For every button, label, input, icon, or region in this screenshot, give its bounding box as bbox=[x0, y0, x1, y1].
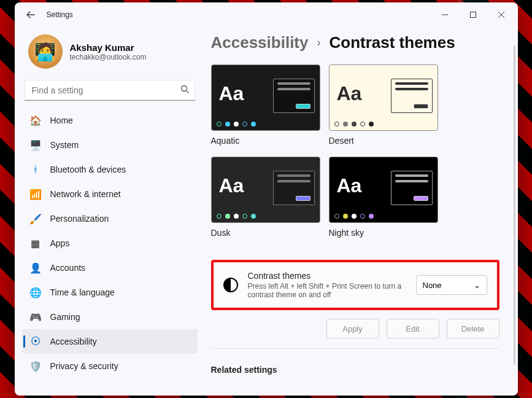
nav-time[interactable]: 🌐Time & language bbox=[22, 280, 198, 305]
aa-sample: Aa bbox=[219, 174, 244, 197]
related-settings-heading: Related settings bbox=[211, 365, 499, 375]
theme-name: Aquatic bbox=[211, 136, 320, 146]
nav-bluetooth[interactable]: ᚼBluetooth & devices bbox=[22, 157, 198, 182]
theme-preview: Aa bbox=[211, 64, 320, 131]
aa-sample: Aa bbox=[337, 82, 362, 105]
contrast-icon bbox=[223, 278, 238, 292]
chevron-right-icon: › bbox=[317, 36, 320, 49]
nav-accounts[interactable]: 👤Accounts bbox=[22, 256, 198, 280]
nav-network[interactable]: 📶Network & internet bbox=[22, 182, 198, 206]
nav-label: Time & language bbox=[50, 287, 115, 297]
edit-button[interactable]: Edit bbox=[387, 319, 439, 338]
system-icon: 🖥️ bbox=[29, 139, 42, 151]
settings-window: Settings 🧑‍💻 Akshay Kumar techakko@outlo… bbox=[15, 2, 518, 396]
nav-system[interactable]: 🖥️System bbox=[22, 133, 198, 157]
svg-point-1 bbox=[181, 86, 187, 92]
nav-label: Privacy & security bbox=[50, 361, 118, 371]
delete-button[interactable]: Delete bbox=[447, 319, 499, 338]
theme-name: Night sky bbox=[329, 228, 438, 238]
bluetooth-icon: ᚼ bbox=[29, 163, 42, 176]
clock-icon: 🌐 bbox=[29, 286, 42, 298]
nav-list: 🏠Home 🖥️System ᚼBluetooth & devices 📶Net… bbox=[22, 108, 198, 378]
close-button[interactable] bbox=[487, 5, 515, 25]
theme-name: Dusk bbox=[211, 228, 320, 238]
nav-gaming[interactable]: 🎮Gaming bbox=[22, 305, 198, 329]
main-content: Accessibility › Contrast themes Aa Aquat… bbox=[205, 27, 518, 396]
action-row: Apply Edit Delete bbox=[211, 319, 499, 349]
nav-home[interactable]: 🏠Home bbox=[22, 108, 198, 133]
apps-icon: ▦ bbox=[29, 237, 42, 249]
apply-button[interactable]: Apply bbox=[326, 319, 379, 338]
theme-aquatic[interactable]: Aa Aquatic bbox=[211, 64, 320, 146]
nav-label: Bluetooth & devices bbox=[50, 165, 126, 174]
sidebar: 🧑‍💻 Akshay Kumar techakko@outlook.com 🏠H… bbox=[15, 27, 205, 396]
nav-label: System bbox=[50, 140, 79, 150]
theme-grid: Aa Aquatic Aa Desert Aa bbox=[211, 64, 499, 238]
profile-email: techakko@outlook.com bbox=[70, 53, 147, 61]
wifi-icon: 📶 bbox=[29, 188, 42, 200]
setting-desc: Press left Alt + left Shift + Print Scre… bbox=[248, 282, 406, 299]
nav-label: Apps bbox=[50, 238, 70, 248]
nav-label: Personalization bbox=[50, 214, 109, 224]
back-button[interactable] bbox=[21, 5, 40, 25]
theme-preview: Aa bbox=[329, 64, 438, 131]
home-icon: 🏠 bbox=[29, 114, 42, 127]
nav-label: Accessibility bbox=[50, 337, 97, 346]
person-icon: 👤 bbox=[29, 262, 42, 274]
maximize-button[interactable] bbox=[459, 5, 487, 25]
aa-sample: Aa bbox=[219, 82, 244, 105]
avatar: 🧑‍💻 bbox=[28, 34, 63, 69]
nav-label: Gaming bbox=[50, 312, 80, 322]
maximize-icon bbox=[470, 12, 476, 18]
nav-label: Network & internet bbox=[50, 189, 121, 199]
profile[interactable]: 🧑‍💻 Akshay Kumar techakko@outlook.com bbox=[22, 27, 198, 80]
theme-preview: Aa bbox=[329, 157, 438, 223]
theme-name: Desert bbox=[329, 136, 438, 146]
nav-privacy[interactable]: 🛡️Privacy & security bbox=[22, 354, 198, 378]
scrollbar[interactable] bbox=[514, 45, 515, 365]
nav-personalization[interactable]: 🖌️Personalization bbox=[22, 206, 198, 231]
nav-accessibility[interactable]: ⦿Accessibility bbox=[22, 329, 198, 354]
titlebar: Settings bbox=[15, 2, 518, 27]
arrow-left-icon bbox=[26, 10, 36, 20]
gaming-icon: 🎮 bbox=[29, 311, 42, 323]
contrast-theme-setting: Contrast themes Press left Alt + left Sh… bbox=[211, 260, 499, 310]
minimize-button[interactable] bbox=[431, 5, 459, 25]
chevron-down-icon: ⌄ bbox=[474, 281, 480, 290]
theme-preview: Aa bbox=[211, 157, 320, 223]
theme-desert[interactable]: Aa Desert bbox=[329, 64, 438, 146]
breadcrumb-parent[interactable]: Accessibility bbox=[211, 33, 309, 52]
setting-title: Contrast themes bbox=[248, 271, 406, 281]
brush-icon: 🖌️ bbox=[29, 213, 42, 225]
breadcrumb: Accessibility › Contrast themes bbox=[211, 33, 499, 52]
search-input[interactable] bbox=[25, 80, 195, 101]
close-icon bbox=[498, 12, 504, 18]
minimize-icon bbox=[442, 12, 448, 18]
window-title: Settings bbox=[47, 10, 73, 19]
aa-sample: Aa bbox=[337, 174, 362, 197]
profile-name: Akshay Kumar bbox=[70, 42, 147, 53]
nav-label: Home bbox=[50, 115, 73, 125]
theme-night-sky[interactable]: Aa Night sky bbox=[329, 157, 438, 238]
theme-dusk[interactable]: Aa Dusk bbox=[211, 157, 320, 238]
select-value: None bbox=[423, 281, 442, 290]
theme-select[interactable]: None ⌄ bbox=[416, 275, 487, 295]
nav-label: Accounts bbox=[50, 263, 86, 273]
search-icon bbox=[180, 85, 189, 96]
nav-apps[interactable]: ▦Apps bbox=[22, 231, 198, 256]
page-title: Contrast themes bbox=[329, 33, 455, 52]
svg-rect-0 bbox=[470, 12, 476, 18]
accessibility-icon: ⦿ bbox=[29, 335, 42, 348]
shield-icon: 🛡️ bbox=[29, 360, 42, 372]
